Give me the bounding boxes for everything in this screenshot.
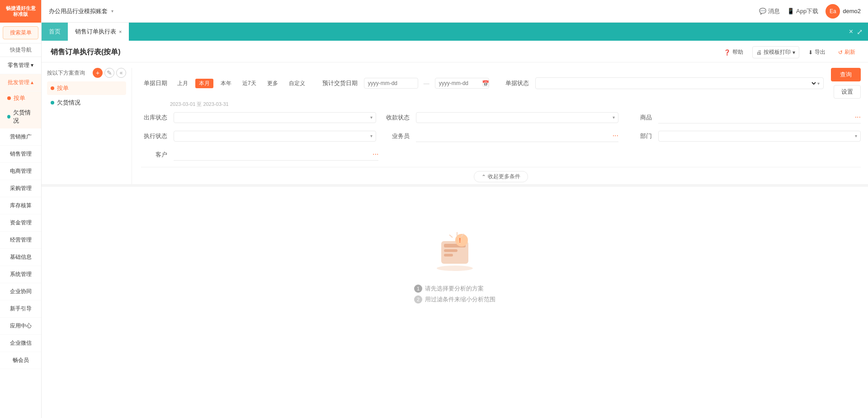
svg-point-0 [437,266,473,271]
date-tag-more[interactable]: 更多 [264,79,282,88]
expected-date-group: 预计交货日期 — 📅 [322,78,489,89]
tab-home[interactable]: 首页 [42,23,68,41]
warehouse-select[interactable] [174,112,376,123]
customer-picker-icon[interactable]: ··· [373,150,378,158]
date-tag-last-month[interactable]: 上月 [174,79,192,88]
goods-picker-icon[interactable]: ··· [855,113,861,121]
topbar-left: 办公用品行业模拟账套 ▾ [49,7,113,15]
collapse-scheme-button[interactable]: « [116,68,126,78]
sidebar-item-guide[interactable]: 新手引导 [0,300,41,318]
exec-status-group: 执行状态 [141,131,376,142]
user-profile[interactable]: Ea demo2 [826,4,861,19]
collapse-button[interactable]: ⌃ 收起更多条件 [474,171,528,182]
sidebar-item-finance[interactable]: 资金管理 [0,214,41,232]
scheme-actions: + ✎ « [93,68,126,78]
window-close-icon[interactable]: × [849,28,853,36]
app-download-button[interactable]: 📱 App下载 [787,7,818,15]
date-label: 单据日期 [141,79,170,87]
warehouse-select-wrapper [174,112,376,123]
export-button[interactable]: ⬇ 导出 [805,47,829,58]
salesperson-label: 业务员 [383,132,412,140]
refresh-button[interactable]: ↺ 刷新 [835,47,859,58]
main-content: 办公用品行业模拟账套 ▾ 💬 消息 📱 App下载 Ea demo2 首页 销售… [42,0,868,418]
search-menu-button[interactable]: 搜索菜单 [3,26,38,39]
svg-rect-4 [444,254,453,256]
exec-select-wrapper [174,131,376,142]
sidebar-item-wholesale[interactable]: 批发管理 ▴ [0,74,41,91]
date-tag-this-year[interactable]: 本年 [217,79,235,88]
calendar-icon-start[interactable]: 📅 [482,80,489,87]
sidebar-item-marketing[interactable]: 营销推广 [0,128,41,146]
empty-state: ! 1 请先选择要分析的方案 2 用过滤条件来缩小分析范围 [42,187,868,342]
topbar-dropdown-icon[interactable]: ▾ [111,9,113,14]
sidebar-item-appstore[interactable]: 应用中心 [0,318,41,335]
sidebar-sub-item-order[interactable]: 按单 [0,91,41,105]
warehouse-label: 出库状态 [141,114,170,122]
sidebar-sub-item-debt[interactable]: 欠货情况 [0,106,41,128]
message-button[interactable]: 💬 消息 [759,7,780,15]
sidebar-item-retail[interactable]: 零售管理 ▾ [0,57,41,74]
payment-label: 收款状态 [383,114,412,122]
setting-button[interactable]: 设置 [834,85,861,99]
sidebar-item-wechat[interactable]: 企业微信 [0,335,41,352]
search-button[interactable]: 查询 [831,68,861,81]
sidebar-item-basic[interactable]: 基础信息 [0,249,41,266]
print-dropdown-icon: ▾ [793,49,795,56]
sidebar-item-inventory[interactable]: 库存核算 [0,197,41,214]
payment-select[interactable] [416,112,618,123]
help-icon: ❓ [724,49,731,56]
dept-group: 部门 [626,131,861,142]
teal-dot-icon [51,101,54,104]
salesperson-picker-icon[interactable]: ··· [613,132,618,140]
add-scheme-button[interactable]: + [93,68,103,78]
status-select-wrapper: ▾ [535,77,824,89]
print-button[interactable]: 🖨 按模板打印 ▾ [752,46,799,58]
sidebar-item-sales[interactable]: 销售管理 [0,146,41,163]
dept-select[interactable] [658,131,861,142]
date-filter-group: 单据日期 上月 本月 本年 近7天 更多 自定义 [141,79,309,88]
logo-subtext: 标准版 [13,11,28,17]
sidebar-item-biz[interactable]: 经营管理 [0,232,41,249]
status-filter-group: 单据状态 ▾ [503,77,824,89]
edit-scheme-button[interactable]: ✎ [104,68,114,78]
date-range-display: 2023-03-01 至 2023-03-31 [170,100,861,108]
nav-debt[interactable]: 欠货情况 [47,96,126,109]
sidebar-item-member[interactable]: 畅会员 [0,352,41,369]
sidebar-search[interactable]: 搜索菜单 [0,23,41,43]
page-content: 销售订单执行表(按单) ❓ 帮助 🖨 按模板打印 ▾ ⬇ 导出 ↺ 刷新 [42,41,868,418]
avatar: Ea [826,4,840,19]
expected-date-start[interactable] [364,78,418,89]
tab-close-icon[interactable]: × [119,29,122,34]
tab-sales-execution[interactable]: 销售订单执行表 × [68,23,129,41]
svg-rect-3 [444,249,458,252]
filter-right-panel: 单据日期 上月 本月 本年 近7天 更多 自定义 预计交货日期 — 📅 [132,68,868,184]
status-select[interactable] [539,80,817,87]
empty-step-2: 2 用过滤条件来缩小分析范围 [414,295,495,304]
customer-group: 客户 ··· [141,148,378,161]
svg-text:!: ! [459,237,461,244]
expected-date-end[interactable] [435,78,489,89]
sidebar-item-corp[interactable]: 企业协同 [0,283,41,300]
salesperson-input-area: ··· [416,130,618,142]
exec-select[interactable] [174,131,376,142]
status-dropdown-icon: ▾ [817,81,820,86]
svg-line-7 [449,235,453,238]
sidebar-item-purchase[interactable]: 采购管理 [0,180,41,197]
sidebar-item-system[interactable]: 系统管理 [0,266,41,283]
window-resize-icon[interactable]: ⤢ [857,28,863,36]
nav-by-order[interactable]: 按单 [47,81,126,95]
sidebar-item-ecom[interactable]: 电商管理 [0,163,41,180]
active-dot-icon [51,86,54,90]
date-tag-this-month[interactable]: 本月 [195,79,213,88]
filter-row-4: 客户 ··· [141,148,861,161]
date-tag-custom[interactable]: 自定义 [285,79,309,88]
filter-row-1: 单据日期 上月 本月 本年 近7天 更多 自定义 预计交货日期 — 📅 [141,68,861,99]
salesperson-group: 业务员 ··· [383,130,618,142]
dot-icon [7,96,11,100]
empty-illustration: ! [428,223,482,277]
quick-nav-button[interactable]: 快捷导航 [0,43,41,57]
date-tag-last7[interactable]: 近7天 [239,79,260,88]
payment-select-wrapper [416,112,618,123]
help-button[interactable]: ❓ 帮助 [720,47,747,58]
export-icon: ⬇ [808,49,813,56]
